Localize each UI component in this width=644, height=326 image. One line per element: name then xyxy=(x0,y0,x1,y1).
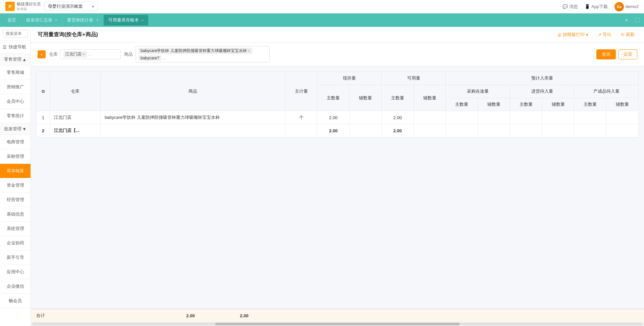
row2-pur-in-main xyxy=(446,124,478,137)
row1-stock-main: 2.00 xyxy=(317,111,350,124)
sidebar-item-retail-mgmt[interactable]: 零售管理 ▲ xyxy=(0,54,31,65)
sidebar-item-operation-label: 经营管理 xyxy=(7,197,24,203)
sidebar-item-enterprise[interactable]: 企业协同 xyxy=(0,236,31,250)
query-button[interactable]: 查询 xyxy=(596,49,616,59)
warehouse-tag-close[interactable]: × xyxy=(83,52,85,57)
table-container: ⚙ 仓库 商品 主计量 现存量 可用量 预计入库量 主数量 辅数量 主数量 辅数… xyxy=(31,66,644,309)
msg-icon: 💬 xyxy=(562,4,568,9)
scroll-track xyxy=(32,323,643,325)
tab-expand-icon[interactable]: ⛶ xyxy=(633,16,641,24)
sidebar-item-marketing[interactable]: 营销推广 xyxy=(0,80,31,94)
page-title: 可用量查询(按仓库+商品) xyxy=(38,31,98,38)
product-more[interactable]: ... xyxy=(163,56,166,60)
avatar: Ea xyxy=(614,2,624,11)
sidebar-search-input[interactable] xyxy=(3,30,28,38)
th-avail-aux: 辅数量 xyxy=(414,85,446,111)
sidebar-item-basic[interactable]: 基础信息 xyxy=(0,207,31,222)
nav-label: 快捷导航 xyxy=(9,44,26,50)
sidebar-item-system[interactable]: 系统管理 xyxy=(0,222,31,236)
tab-receive[interactable]: 收发存汇总表 × xyxy=(21,15,62,26)
retail-mgmt-arrow: ▲ xyxy=(22,57,26,62)
sidebar-item-ecommerce[interactable]: 电商管理 xyxy=(0,135,31,149)
row2-warehouse: 江北门店【... xyxy=(50,124,101,137)
tab-inventory-close[interactable]: × xyxy=(142,18,144,22)
th-main-unit: 主计量 xyxy=(285,72,317,111)
table-row: 1 江北门店 babycare学饮杯 儿童防摔防撞吸管杯重力球吸嘴杯宝宝水杯 个… xyxy=(37,111,639,124)
warehouse-filter-label: 仓库 xyxy=(49,51,58,57)
wholesale-arrow: ▼ xyxy=(22,127,26,132)
chevron-down-icon: ▾ xyxy=(92,4,94,9)
warehouse-filter-input[interactable]: 江北门店 × ... xyxy=(60,49,121,59)
page-header: 可用量查询(按仓库+商品) 🖨 按模板打印 ▾ ↗ 导出 ↻ 刷新 xyxy=(31,27,644,43)
app-label: App下载 xyxy=(591,4,608,10)
row1-prod-pend-main xyxy=(574,111,606,124)
warehouse-more[interactable]: ... xyxy=(88,52,92,57)
sidebar-item-member2-label: 畅会员 xyxy=(9,298,22,304)
sidebar: ☰ 快捷导航 零售管理 ▲ 零售商城 营销推广 会员中心 零售统计 批发管理 ▼… xyxy=(0,27,31,326)
sidebar-item-wholesale[interactable]: 批发管理 ▼ xyxy=(0,123,31,135)
sidebar-item-operation[interactable]: 经营管理 xyxy=(0,193,31,207)
tab-inventory[interactable]: 可用量库存账本 × xyxy=(104,15,148,26)
warehouse-tag: 江北门店 × xyxy=(63,51,87,57)
product-filter-input[interactable]: babycare学饮杯 儿童防摔防撞吸管杯重力球吸嘴杯宝宝水杯 × babyca… xyxy=(136,46,270,62)
print-icon: 🖨 xyxy=(557,32,561,37)
sidebar-item-member2[interactable]: 畅会员 xyxy=(0,294,31,308)
msg-label: 消息 xyxy=(569,4,578,10)
refresh-button[interactable]: ↻ 刷新 xyxy=(618,30,637,39)
sidebar-item-retail-mall[interactable]: 零售商城 xyxy=(0,65,31,80)
sidebar-item-inventory-check[interactable]: 库存核算 xyxy=(0,164,31,178)
sidebar-item-app-center[interactable]: 应用中心 xyxy=(0,265,31,279)
sidebar-item-wholesale-label: 批发管理 xyxy=(4,126,21,132)
sidebar-item-finance[interactable]: 资金管理 xyxy=(0,178,31,193)
sidebar-item-purchase[interactable]: 采购管理 xyxy=(0,149,31,164)
tab-receive-close[interactable]: × xyxy=(55,18,57,22)
th-product: 商品 xyxy=(100,72,285,111)
tab-order-close[interactable]: × xyxy=(96,18,98,22)
user-area[interactable]: Ea demo2 xyxy=(614,2,639,11)
setting-button[interactable]: 设置 xyxy=(619,49,637,59)
print-template-button[interactable]: 🖨 按模板打印 ▾ xyxy=(554,30,591,39)
app-download-button[interactable]: 📱 App下载 xyxy=(585,4,608,10)
tab-bar: 首页 收发存汇总表 × 要货单统计表 × 可用量库存账本 × × ⛶ xyxy=(0,13,644,27)
scroll-thumb[interactable] xyxy=(215,323,460,325)
th-purchase-in: 采购在途量 xyxy=(446,85,510,98)
refresh-label: 刷新 xyxy=(626,32,635,38)
row2-stock-aux xyxy=(350,124,382,137)
data-table: ⚙ 仓库 商品 主计量 现存量 可用量 预计入库量 主数量 辅数量 主数量 辅数… xyxy=(36,72,639,137)
row2-product xyxy=(100,124,285,137)
sidebar-item-member[interactable]: 会员中心 xyxy=(0,94,31,109)
row2-goods-pend-aux xyxy=(542,124,574,137)
th-prod-pend-main: 主数量 xyxy=(574,98,606,111)
filter-expand-button[interactable]: » xyxy=(38,50,46,58)
industry-label: 母婴行业演示账套 xyxy=(48,3,83,9)
th-gear[interactable]: ⚙ xyxy=(37,72,50,111)
tab-close-all-icon[interactable]: × xyxy=(623,16,631,24)
footer-scrollbar[interactable] xyxy=(31,322,644,326)
sidebar-item-retail-stats-label: 零售统计 xyxy=(7,113,24,119)
sidebar-item-newbie[interactable]: 新手引导 xyxy=(0,250,31,265)
th-pur-in-aux: 辅数量 xyxy=(478,98,510,111)
page-actions: 🖨 按模板打印 ▾ ↗ 导出 ↻ 刷新 xyxy=(554,30,637,39)
sidebar-quick-nav[interactable]: ☰ 快捷导航 xyxy=(0,41,31,54)
sidebar-item-enterprise-wx[interactable]: 企业微信 xyxy=(0,279,31,294)
product-tag-1-close[interactable]: × xyxy=(248,49,250,53)
tab-inventory-label: 可用量库存账本 xyxy=(108,17,139,23)
th-pur-in-main: 主数量 xyxy=(446,98,478,111)
export-button[interactable]: ↗ 导出 xyxy=(595,30,614,39)
industry-selector[interactable]: 母婴行业演示账套 ▾ xyxy=(44,2,98,11)
summary-stock-main: 2.00 xyxy=(177,313,204,318)
row2-prod-pend-aux xyxy=(606,124,639,137)
msg-button[interactable]: 💬 消息 xyxy=(562,4,578,10)
sidebar-item-retail-stats[interactable]: 零售统计 xyxy=(0,109,31,123)
th-warehouse: 仓库 xyxy=(50,72,101,111)
th-stock-aux: 辅数量 xyxy=(350,85,382,111)
row1-avail-main: 2.00 xyxy=(381,111,414,124)
th-goods-pend-aux: 辅数量 xyxy=(542,98,574,111)
th-planned-in: 预计入库量 xyxy=(446,72,639,85)
sidebar-item-ecommerce-label: 电商管理 xyxy=(7,139,24,145)
tab-home[interactable]: 首页 xyxy=(3,15,21,26)
row2-avail-aux xyxy=(414,124,446,137)
th-product-pending: 产成品待入量 xyxy=(574,85,639,98)
print-arrow-icon: ▾ xyxy=(586,32,588,37)
tab-order[interactable]: 要货单统计表 × xyxy=(62,15,103,26)
